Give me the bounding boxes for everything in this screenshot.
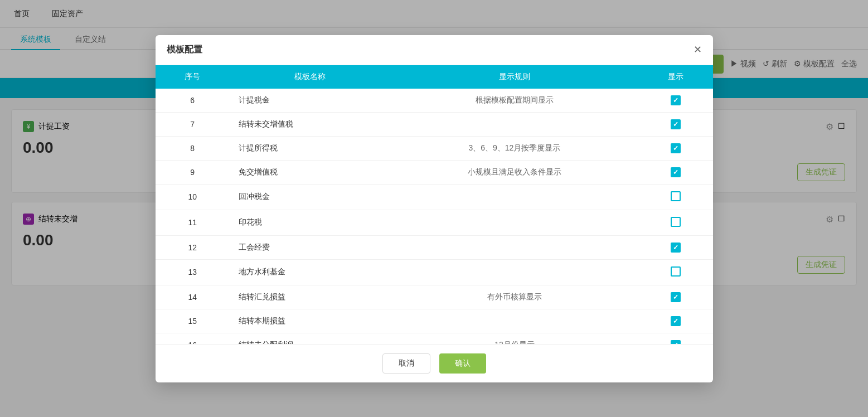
modal-header: 模板配置 ✕: [156, 35, 713, 65]
cell-id: 11: [156, 210, 230, 235]
cell-checkbox: [638, 235, 712, 259]
cell-id: 8: [156, 136, 230, 160]
table-body: 6计提税金根据模板配置期间显示7结转未交增值税8计提所得税3、6、9、12月按季…: [156, 89, 713, 344]
cell-id: 6: [156, 89, 230, 113]
cell-rule: [391, 210, 638, 235]
cell-checkbox: [638, 285, 712, 309]
cell-checkbox: [638, 136, 712, 160]
cell-name: 工会经费: [230, 235, 391, 259]
cell-checkbox: [638, 333, 712, 344]
table-row: 12工会经费: [156, 235, 713, 259]
checkbox-display-8[interactable]: [671, 143, 681, 153]
modal-title: 模板配置: [167, 44, 202, 56]
table-row: 9免交增值税小规模且满足收入条件显示: [156, 160, 713, 184]
cell-id: 16: [156, 333, 230, 344]
checkbox-display-15[interactable]: [671, 316, 681, 326]
checkbox-display-13[interactable]: [671, 266, 681, 277]
table-row: 14结转汇兑损益有外币核算显示: [156, 285, 713, 309]
table-wrapper: 序号 模板名称 显示规则 显示 6计提税金根据模板配置期间显示7结转未交增值税8…: [156, 65, 713, 344]
table-row: 10回冲税金: [156, 184, 713, 210]
cell-id: 10: [156, 184, 230, 210]
cell-id: 13: [156, 259, 230, 285]
template-config-modal: 模板配置 ✕ 序号 模板名称 显示规则 显示 6计提税金根据模板配置期间显示7结…: [156, 35, 713, 382]
cell-checkbox: [638, 184, 712, 210]
config-table: 序号 模板名称 显示规则 显示 6计提税金根据模板配置期间显示7结转未交增值税8…: [156, 65, 713, 344]
table-row: 7结转未交增值税: [156, 112, 713, 136]
table-row: 6计提税金根据模板配置期间显示: [156, 89, 713, 113]
cell-id: 9: [156, 160, 230, 184]
cell-name: 结转未交增值税: [230, 112, 391, 136]
cell-id: 15: [156, 309, 230, 333]
cell-checkbox: [638, 160, 712, 184]
cell-rule: [391, 184, 638, 210]
checkbox-display-12[interactable]: [671, 243, 681, 253]
checkbox-display-6[interactable]: [671, 95, 681, 105]
cell-rule: [391, 259, 638, 285]
checkbox-display-7[interactable]: [671, 119, 681, 129]
table-row: 8计提所得税3、6、9、12月按季度显示: [156, 136, 713, 160]
cell-name: 回冲税金: [230, 184, 391, 210]
cell-checkbox: [638, 259, 712, 285]
col-header-id: 序号: [156, 65, 230, 89]
table-row: 11印花税: [156, 210, 713, 235]
cell-checkbox: [638, 89, 712, 113]
cell-id: 7: [156, 112, 230, 136]
cell-rule: 小规模且满足收入条件显示: [391, 160, 638, 184]
cell-name: 地方水利基金: [230, 259, 391, 285]
cell-name: 结转未分配利润: [230, 333, 391, 344]
col-header-name: 模板名称: [230, 65, 391, 89]
cell-checkbox: [638, 210, 712, 235]
modal-overlay: 模板配置 ✕ 序号 模板名称 显示规则 显示 6计提税金根据模板配置期间显示7结…: [0, 0, 868, 417]
cell-name: 结转汇兑损益: [230, 285, 391, 309]
cell-rule: 12月份显示: [391, 333, 638, 344]
checkbox-display-9[interactable]: [671, 167, 681, 177]
cell-name: 结转本期损益: [230, 309, 391, 333]
confirm-button[interactable]: 确认: [439, 353, 486, 374]
cell-rule: 有外币核算显示: [391, 285, 638, 309]
table-row: 13地方水利基金: [156, 259, 713, 285]
cell-checkbox: [638, 112, 712, 136]
table-row: 15结转本期损益: [156, 309, 713, 333]
cancel-button[interactable]: 取消: [382, 353, 430, 374]
table-row: 16结转未分配利润12月份显示: [156, 333, 713, 344]
cell-name: 免交增值税: [230, 160, 391, 184]
cell-rule: 3、6、9、12月按季度显示: [391, 136, 638, 160]
cell-id: 14: [156, 285, 230, 309]
cell-name: 印花税: [230, 210, 391, 235]
col-header-rule: 显示规则: [391, 65, 638, 89]
cell-rule: [391, 309, 638, 333]
checkbox-display-16[interactable]: [671, 340, 681, 344]
cell-rule: [391, 235, 638, 259]
checkbox-display-11[interactable]: [671, 217, 681, 227]
cell-name: 计提税金: [230, 89, 391, 113]
checkbox-display-10[interactable]: [671, 191, 681, 201]
checkbox-display-14[interactable]: [671, 292, 681, 302]
cell-name: 计提所得税: [230, 136, 391, 160]
modal-close-button[interactable]: ✕: [694, 45, 702, 55]
col-header-display: 显示: [638, 65, 712, 89]
modal-footer: 取消 确认: [156, 344, 713, 382]
cell-id: 12: [156, 235, 230, 259]
cell-rule: [391, 112, 638, 136]
table-header: 序号 模板名称 显示规则 显示: [156, 65, 713, 89]
cell-checkbox: [638, 309, 712, 333]
cell-rule: 根据模板配置期间显示: [391, 89, 638, 113]
